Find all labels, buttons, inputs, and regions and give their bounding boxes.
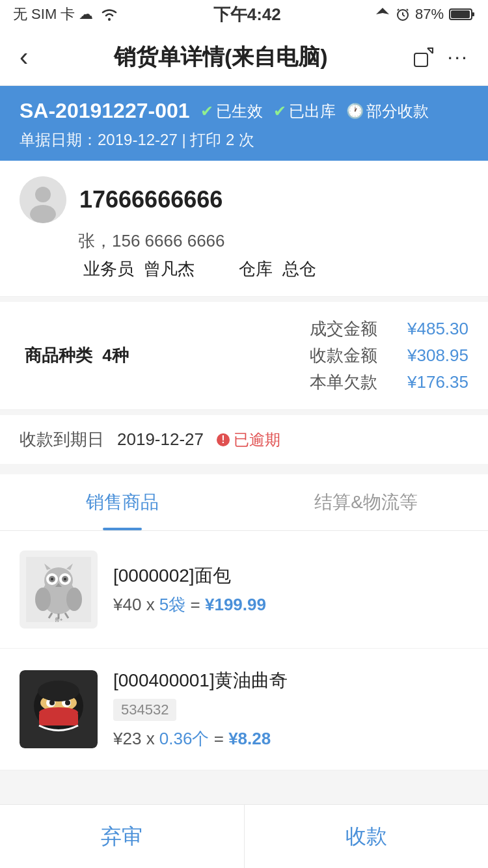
- bottom-bar: 弃审 收款: [0, 804, 488, 868]
- tab-settlement-label: 结算&物流等: [314, 492, 418, 512]
- svg-point-39: [65, 700, 70, 705]
- status-bar: 无 SIM 卡 ☁ 下午4:42 87%: [0, 0, 488, 29]
- customer-phone: 张，156 6666 6666: [78, 230, 468, 252]
- svg-rect-8: [472, 12, 474, 16]
- product-info-2: [000400001]黄油曲奇 534532 ¥23 x 0.36个 = ¥8.…: [113, 668, 468, 750]
- order-number: SA-20191227-001: [20, 99, 190, 123]
- salesperson-item: 业务员 曾凡杰: [78, 258, 195, 280]
- location-icon: [375, 7, 390, 22]
- badge-effective: ✔ 已生效: [200, 101, 263, 122]
- svg-marker-1: [376, 8, 389, 14]
- receipt-amount-row: 收款金额 ¥308.95: [310, 344, 468, 367]
- product-total-2: ¥8.28: [228, 729, 271, 748]
- receipt-amount-value: ¥308.95: [390, 346, 468, 366]
- clock-icon: 🕐: [346, 103, 364, 120]
- svg-line-4: [403, 15, 405, 16]
- alarm-icon: [396, 7, 410, 21]
- deal-amount-label: 成交金额: [310, 318, 377, 340]
- nav-right: ···: [413, 45, 468, 69]
- status-left: 无 SIM 卡 ☁: [13, 5, 119, 24]
- nav-left: ‹: [20, 42, 28, 72]
- status-badges: ✔ 已生效 ✔ 已出库 🕐 部分收款: [200, 101, 429, 122]
- svg-text:兽+: 兽+: [55, 617, 63, 622]
- deal-amount-row: 成交金额 ¥485.30: [310, 318, 468, 340]
- page-title: 销货单详情(来自电脑): [114, 42, 328, 72]
- product-count-label: 商品种类: [25, 346, 92, 365]
- product-batch-2: 534532: [113, 699, 176, 721]
- separator-1: [0, 297, 488, 302]
- collect-label: 收款: [346, 822, 387, 851]
- product-info-1: [0000002]面包 ¥40 x 5袋 = ¥199.99: [113, 563, 468, 616]
- badge-partial-text: 部分收款: [366, 101, 429, 122]
- deal-amount-value: ¥485.30: [390, 319, 468, 339]
- svg-point-27: [35, 588, 51, 611]
- stats-section: 商品种类 4种 成交金额 ¥485.30 收款金额 ¥308.95 本单欠款 ¥…: [0, 302, 488, 410]
- svg-line-11: [427, 48, 433, 53]
- product-list: 兽+ [0000002]面包 ¥40 x 5袋 = ¥199.99: [0, 531, 488, 770]
- product-name-1: [0000002]面包: [113, 563, 468, 588]
- customer-meta: 业务员 曾凡杰 仓库 总仓: [78, 258, 468, 280]
- abandon-label: 弃审: [101, 822, 142, 851]
- product-qty-1: 5袋: [159, 595, 185, 614]
- svg-point-0: [108, 18, 111, 21]
- check-icon-1: ✔: [200, 102, 213, 120]
- product-name-2: [000400001]黄油曲奇: [113, 668, 468, 693]
- tab-products[interactable]: 销售商品: [0, 474, 244, 530]
- stats-right: 成交金额 ¥485.30 收款金额 ¥308.95 本单欠款 ¥176.35: [310, 318, 468, 394]
- avatar-image: [20, 176, 66, 223]
- svg-line-5: [398, 9, 399, 10]
- status-time: 下午4:42: [213, 3, 281, 26]
- warehouse-value: 总仓: [282, 259, 316, 278]
- status-right: 87%: [375, 6, 475, 23]
- collect-button[interactable]: 收款: [245, 805, 489, 868]
- separator-3: [0, 469, 488, 474]
- badge-effective-text: 已生效: [216, 101, 263, 122]
- customer-id: 17666666666: [79, 186, 223, 213]
- stats-left: 商品种类 4种: [20, 318, 129, 394]
- tabs: 销售商品 结算&物流等: [0, 474, 488, 531]
- customer-row: 17666666666: [20, 176, 468, 223]
- svg-point-14: [30, 205, 56, 223]
- product-item-1: 兽+ [0000002]面包 ¥40 x 5袋 = ¥199.99: [0, 531, 488, 649]
- product-thumb-1: 兽+: [20, 550, 98, 629]
- warehouse-label: 仓库: [239, 259, 273, 278]
- product-unit-price-2: ¥23: [113, 729, 141, 748]
- tab-products-label: 销售商品: [86, 492, 159, 512]
- product-total-1: ¥199.99: [205, 595, 266, 614]
- product-thumb-2: [20, 670, 98, 748]
- product-price-2: ¥23 x 0.36个 = ¥8.28: [113, 727, 468, 750]
- back-button[interactable]: ‹: [20, 42, 28, 72]
- salesperson-value: 曾凡杰: [144, 259, 195, 278]
- share-icon[interactable]: [413, 47, 434, 68]
- order-header: SA-20191227-001 ✔ 已生效 ✔ 已出库 🕐 部分收款 单据日期：…: [0, 86, 488, 161]
- sim-text: 无 SIM 卡 ☁: [13, 5, 93, 24]
- order-date: 单据日期：2019-12-27 | 打印 2 次: [20, 129, 468, 150]
- product-image-owl: 兽+: [26, 557, 91, 622]
- svg-point-22: [51, 578, 53, 580]
- product-unit-price-1: ¥40: [113, 595, 141, 614]
- svg-point-13: [35, 187, 51, 202]
- badge-shipped: ✔ 已出库: [273, 101, 336, 122]
- product-item-2: [000400001]黄油曲奇 534532 ¥23 x 0.36个 = ¥8.…: [0, 649, 488, 770]
- svg-point-42: [38, 681, 79, 701]
- abandon-button[interactable]: 弃审: [0, 805, 245, 868]
- customer-section: 17666666666 张，156 6666 6666 业务员 曾凡杰 仓库 总…: [0, 161, 488, 297]
- overdue-badge: ! 已逾期: [217, 429, 280, 450]
- tab-settlement[interactable]: 结算&物流等: [244, 474, 488, 530]
- svg-rect-41: [39, 712, 78, 726]
- product-image-ninja: [20, 670, 98, 748]
- more-button[interactable]: ···: [447, 45, 468, 69]
- svg-point-28: [66, 588, 82, 611]
- due-section: 收款到期日 2019-12-27 ! 已逾期: [0, 415, 488, 469]
- check-icon-2: ✔: [273, 102, 286, 120]
- svg-rect-9: [451, 10, 470, 18]
- battery-icon: [449, 7, 475, 21]
- owed-amount-row: 本单欠款 ¥176.35: [310, 371, 468, 394]
- badge-shipped-text: 已出库: [289, 101, 336, 122]
- product-count: 商品种类 4种: [20, 344, 129, 367]
- svg-line-6: [407, 9, 408, 10]
- nav-bar: ‹ 销货单详情(来自电脑) ···: [0, 29, 488, 86]
- product-count-value: 4种: [102, 346, 128, 365]
- due-date-value: 2019-12-27: [117, 429, 204, 450]
- wifi-icon: [100, 7, 119, 21]
